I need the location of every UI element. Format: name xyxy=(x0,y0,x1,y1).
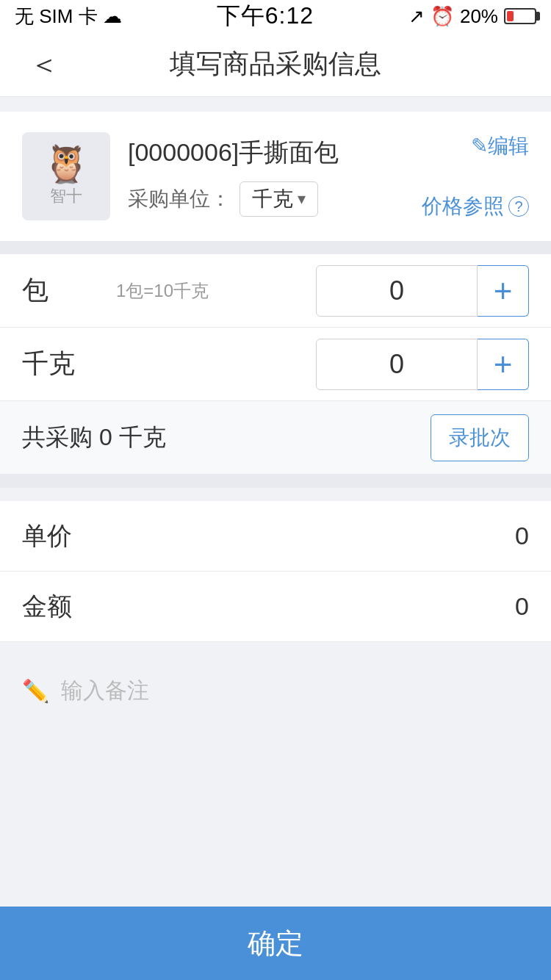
unit-price-value: 0 xyxy=(515,522,529,550)
status-time: 下午6:12 xyxy=(217,0,314,32)
summary-text: 共采购 0 千克 xyxy=(22,422,166,454)
note-section[interactable]: ✏️ 输入备注 xyxy=(0,655,551,727)
input-label-bag: 包 xyxy=(22,273,110,309)
bag-plus-button[interactable]: + xyxy=(478,265,529,317)
divider-band-1 xyxy=(0,241,551,254)
product-name: [0000006]手撕面包 xyxy=(128,136,529,170)
divider-band-2 xyxy=(0,475,551,488)
input-right-kg: + xyxy=(316,339,529,390)
status-left: 无 SIM 卡 ☁ xyxy=(15,4,122,29)
price-row-amount: 金额 0 xyxy=(0,572,551,642)
location-icon: ↗ xyxy=(408,5,425,28)
confirm-button[interactable]: 确定 xyxy=(0,907,551,980)
price-ref-button[interactable]: 价格参照 ? xyxy=(422,192,529,220)
product-thumb-icon: 🦉 xyxy=(43,145,89,182)
product-thumbnail: 🦉 智十 xyxy=(22,132,110,220)
unit-label: 采购单位： xyxy=(128,185,231,213)
note-placeholder: 输入备注 xyxy=(61,676,149,706)
price-section: 单价 0 金额 0 xyxy=(0,501,551,642)
input-row-bag: 包 1包=10千克 + xyxy=(0,254,551,328)
pencil-icon: ✏️ xyxy=(22,678,49,704)
unit-value: 千克 xyxy=(252,185,293,213)
dropdown-arrow-icon: ▾ xyxy=(298,190,306,209)
unit-price-label: 单价 xyxy=(22,519,72,553)
battery-indicator xyxy=(504,8,536,24)
summary-row: 共采购 0 千克 录批次 xyxy=(0,401,551,475)
record-batch-button[interactable]: 录批次 xyxy=(431,414,529,461)
back-button[interactable]: ＜ xyxy=(22,37,66,92)
amount-label: 金额 xyxy=(22,590,72,624)
input-section: 包 1包=10千克 + 千克 + 共采购 0 千克 录批次 xyxy=(0,254,551,475)
edit-button[interactable]: ✎编辑 xyxy=(471,132,529,160)
amount-value: 0 xyxy=(515,592,529,621)
unit-dropdown[interactable]: 千克 ▾ xyxy=(240,181,318,217)
nav-bar: ＜ 填写商品采购信息 xyxy=(0,32,551,97)
kg-plus-button[interactable]: + xyxy=(478,339,529,390)
input-label-kg: 千克 xyxy=(22,346,110,382)
battery-percent: 20% xyxy=(460,5,498,28)
status-right: ↗ ⏰ 20% xyxy=(408,5,536,28)
page-title: 填写商品采购信息 xyxy=(170,46,381,82)
status-bar: 无 SIM 卡 ☁ 下午6:12 ↗ ⏰ 20% xyxy=(0,0,551,32)
product-card: 🦉 智十 [0000006]手撕面包 采购单位： 千克 ▾ ✎编辑 价格参照 ? xyxy=(0,112,551,241)
kg-quantity-input[interactable] xyxy=(316,339,478,390)
input-sublabel-bag: 1包=10千克 xyxy=(116,279,209,303)
input-right-bag: + xyxy=(316,265,529,317)
sim-text: 无 SIM 卡 ☁ xyxy=(15,4,122,29)
price-ref-label: 价格参照 xyxy=(422,192,504,220)
alarm-icon: ⏰ xyxy=(431,5,454,28)
product-thumb-label: 智十 xyxy=(50,185,82,207)
bag-quantity-input[interactable] xyxy=(316,265,478,317)
price-row-unit: 单价 0 xyxy=(0,501,551,572)
battery-fill xyxy=(507,11,514,21)
price-ref-help-icon: ? xyxy=(508,196,529,217)
input-row-kg: 千克 + xyxy=(0,328,551,401)
